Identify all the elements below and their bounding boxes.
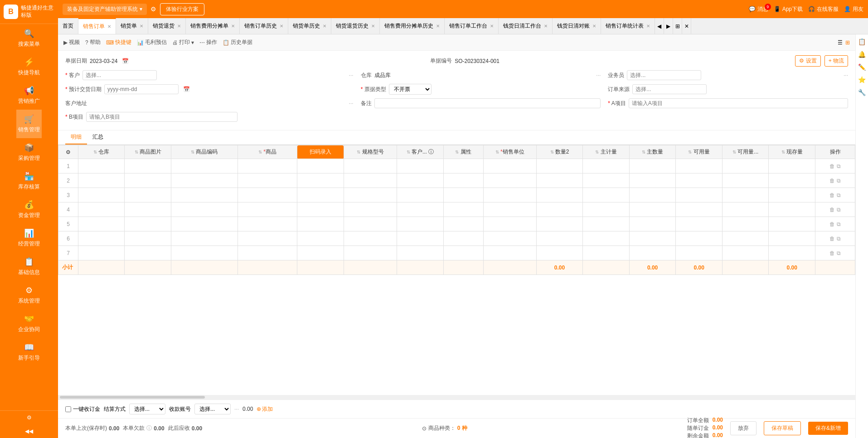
- cell-7-11[interactable]: [583, 246, 630, 260]
- save-new-button[interactable]: 保存&新增: [808, 422, 848, 435]
- cell-6-1[interactable]: [78, 231, 125, 246]
- cell-3-12[interactable]: [629, 188, 676, 202]
- cell-7-14[interactable]: [722, 246, 769, 260]
- cell-4-13[interactable]: [676, 202, 723, 217]
- cell-5-14[interactable]: [722, 217, 769, 231]
- cell-1-11[interactable]: [583, 159, 630, 173]
- cell-4-10[interactable]: [536, 202, 583, 217]
- cell-5-2[interactable]: [125, 217, 171, 231]
- cell-6-7[interactable]: [397, 231, 444, 246]
- cell-1-10[interactable]: [536, 159, 583, 173]
- tab-prev-btn[interactable]: ◀: [655, 18, 664, 34]
- cell-1-14[interactable]: [722, 159, 769, 173]
- cell-2-7[interactable]: [397, 173, 444, 188]
- cell-5-9[interactable]: [483, 217, 536, 231]
- cell-7-15[interactable]: [769, 246, 815, 260]
- cell-2-4[interactable]: [238, 173, 297, 188]
- tab-close-btn[interactable]: ✕: [682, 18, 691, 34]
- cell-7-8[interactable]: [443, 246, 483, 260]
- cell-4-1[interactable]: [78, 202, 125, 217]
- sidebar-item-2[interactable]: 📢营销推广: [16, 81, 42, 110]
- cell-7-3[interactable]: [171, 246, 238, 260]
- toolbar-shortcut[interactable]: ⌨ 快捷键: [106, 39, 131, 46]
- cell-7-1[interactable]: [78, 246, 125, 260]
- tab-next-btn[interactable]: ▶: [664, 18, 673, 34]
- settle-select[interactable]: 选择...: [129, 404, 165, 414]
- cell-4-6[interactable]: [344, 202, 397, 217]
- cell-7-9[interactable]: [483, 246, 536, 260]
- row-action-5[interactable]: 🗑 ⧉: [815, 217, 855, 231]
- cell-3-9[interactable]: [483, 188, 536, 202]
- tab-close-icon-11[interactable]: ✕: [592, 24, 596, 29]
- tab-6[interactable]: 销货单历史✕: [288, 18, 331, 34]
- tab-close-icon-2[interactable]: ✕: [140, 24, 143, 29]
- cell-5-10[interactable]: [536, 217, 583, 231]
- cell-1-6[interactable]: [344, 159, 397, 173]
- sidebar-item-10[interactable]: 🤝企业协同: [16, 309, 42, 338]
- cell-3-1[interactable]: [78, 188, 125, 202]
- cell-2-13[interactable]: [676, 173, 723, 188]
- right-icon-bell[interactable]: 🔔: [857, 49, 868, 60]
- row-delete-icon-4[interactable]: 🗑: [829, 207, 835, 213]
- cell-3-14[interactable]: [722, 188, 769, 202]
- row-action-7[interactable]: 🗑 ⧉: [815, 246, 855, 260]
- cell-6-11[interactable]: [583, 231, 630, 246]
- cell-7-2[interactable]: [125, 246, 171, 260]
- delivery-date-icon[interactable]: 📅: [183, 86, 190, 92]
- row-copy-icon-5[interactable]: ⧉: [837, 221, 841, 227]
- col-scan[interactable]: 扫码录入: [297, 145, 344, 159]
- cell-3-3[interactable]: [171, 188, 238, 202]
- cell-3-7[interactable]: [397, 188, 444, 202]
- toolbar-history[interactable]: 📋 历史单据: [223, 39, 252, 46]
- row-copy-icon-2[interactable]: ⧉: [837, 178, 841, 184]
- cell-7-7[interactable]: [397, 246, 444, 260]
- cell-3-8[interactable]: [443, 188, 483, 202]
- sidebar-item-6[interactable]: 💰资金管理: [16, 195, 42, 224]
- arrear-info-icon[interactable]: ⓘ: [146, 424, 152, 432]
- cell-4-2[interactable]: [125, 202, 171, 217]
- cell-6-4[interactable]: [238, 231, 297, 246]
- add-payment-btn[interactable]: ⊕ 添加: [257, 405, 273, 413]
- cell-5-12[interactable]: [629, 217, 676, 231]
- right-icon-star[interactable]: ⭐: [857, 74, 868, 85]
- cell-2-5[interactable]: [297, 173, 344, 188]
- cell-3-5[interactable]: [297, 188, 344, 202]
- online-service-btn[interactable]: 🎧 在线客服: [808, 5, 839, 13]
- payment-dots[interactable]: ···: [234, 406, 239, 412]
- row-copy-icon-3[interactable]: ⧉: [837, 192, 841, 198]
- toolbar-layout-icon[interactable]: ☰: [838, 39, 843, 46]
- cell-6-5[interactable]: [297, 231, 344, 246]
- cell-2-3[interactable]: [171, 173, 238, 188]
- detail-tab-summary[interactable]: 汇总: [87, 130, 109, 144]
- detail-tab-detail[interactable]: 明细: [65, 130, 87, 144]
- solution-button[interactable]: 体验行业方案: [160, 3, 204, 15]
- tab-10[interactable]: 钱货日清工作台✕: [499, 18, 553, 34]
- customer-input[interactable]: [82, 70, 157, 80]
- cell-2-8[interactable]: [443, 173, 483, 188]
- a-project-input[interactable]: [629, 98, 848, 108]
- tab-close-icon-3[interactable]: ✕: [177, 24, 181, 29]
- tab-close-icon-10[interactable]: ✕: [544, 24, 548, 29]
- cell-7-4[interactable]: [238, 246, 297, 260]
- cell-4-8[interactable]: [443, 202, 483, 217]
- date-picker-icon[interactable]: 📅: [122, 58, 129, 64]
- tab-5[interactable]: 销售订单历史✕: [240, 18, 288, 34]
- sidebar-item-0[interactable]: 🔍搜索菜单: [16, 24, 42, 53]
- cell-6-14[interactable]: [722, 231, 769, 246]
- toolbar-operation[interactable]: ⋯ 操作: [199, 39, 217, 46]
- toolbar-grid-icon[interactable]: ⊞: [845, 39, 850, 46]
- tab-11[interactable]: 钱货日清对账✕: [553, 18, 601, 34]
- cell-7-6[interactable]: [344, 246, 397, 260]
- row-action-2[interactable]: 🗑 ⧉: [815, 173, 855, 188]
- customer-more-icon[interactable]: ···: [349, 72, 354, 78]
- cell-6-9[interactable]: [483, 231, 536, 246]
- sidebar-item-7[interactable]: 📊经营管理: [16, 224, 42, 252]
- tab-close-icon-8[interactable]: ✕: [436, 24, 440, 29]
- cell-3-4[interactable]: [238, 188, 297, 202]
- cell-2-14[interactable]: [722, 173, 769, 188]
- tab-more-btn[interactable]: ⊞: [673, 18, 682, 34]
- cell-3-10[interactable]: [536, 188, 583, 202]
- cell-1-1[interactable]: [78, 159, 125, 173]
- cell-1-7[interactable]: [397, 159, 444, 173]
- tab-7[interactable]: 销货退货历史✕: [331, 18, 380, 34]
